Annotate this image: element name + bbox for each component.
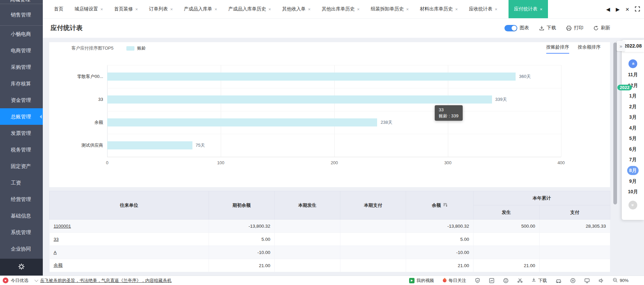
tab-close-icon[interactable]: ×: [170, 7, 173, 12]
month-item[interactable]: 6月: [629, 145, 637, 153]
sidebar-item-fixed-assets[interactable]: 固定资产: [0, 158, 43, 174]
download-button[interactable]: 下载: [539, 25, 556, 31]
sidebar-item-invoice[interactable]: 发票管理: [0, 125, 43, 141]
sidebar-item-system[interactable]: 系统管理: [0, 224, 43, 240]
month-item[interactable]: 10月: [628, 188, 638, 195]
tab-home[interactable]: 首页: [54, 0, 63, 18]
tab-other-outbound-history[interactable]: 其他出库单历史×: [322, 0, 360, 18]
sidebar-item-operations[interactable]: 经营管理: [0, 191, 43, 207]
sidebar-settings-button[interactable]: [0, 259, 43, 276]
month-item[interactable]: 7月: [629, 156, 637, 163]
sidebar-item-collaboration[interactable]: 企业协同: [0, 240, 43, 257]
brand-label[interactable]: 今日优选: [11, 278, 28, 284]
unit-link[interactable]: A: [54, 250, 57, 255]
tab-finished-inbound-history[interactable]: 产成品入库单历史×: [228, 0, 271, 18]
tab-close-icon[interactable]: ×: [135, 7, 138, 12]
bar-aging[interactable]: [107, 73, 516, 81]
monitor-icon[interactable]: [584, 278, 590, 283]
sidebar-item-sales[interactable]: 销售管理: [0, 4, 43, 25]
unit-link[interactable]: 33: [54, 237, 59, 242]
close-icon[interactable]: ×: [625, 6, 629, 12]
tab-shop-settings[interactable]: 城店铺设置×: [74, 0, 103, 18]
sidebar-item-payroll[interactable]: 工资: [0, 174, 43, 191]
tab-close-icon[interactable]: ×: [406, 7, 409, 12]
statusbar-download-button[interactable]: 下载: [531, 278, 547, 284]
tab-close-icon[interactable]: ×: [100, 7, 103, 12]
col-header-current-pay[interactable]: 本期支付: [340, 191, 406, 220]
tab-scroll-left-icon[interactable]: ◀: [606, 7, 610, 12]
unit-link[interactable]: 余额: [54, 263, 63, 268]
month-item[interactable]: 5月: [629, 135, 637, 142]
sidebar-item-inventory[interactable]: 库存核算: [0, 75, 43, 92]
tab-close-icon[interactable]: ×: [540, 7, 543, 12]
vehicle-icon[interactable]: [556, 278, 561, 283]
bar-aging[interactable]: [107, 118, 377, 126]
sort-by-balance-tab[interactable]: 按余额排序: [578, 44, 601, 54]
col-header-balance[interactable]: 余额: [406, 191, 473, 220]
tab-finished-inbound[interactable]: 产成品入库单×: [184, 0, 217, 18]
tab-payable-stats[interactable]: 应付统计表×: [509, 0, 548, 18]
scroll-months-down-button[interactable]: »: [628, 201, 637, 209]
speaker-icon[interactable]: [599, 278, 604, 283]
tab-scroll-right-icon[interactable]: ▶: [616, 7, 620, 12]
heart-icon[interactable]: ♥: [3, 278, 8, 283]
my-video-button[interactable]: ▶ 我的视频: [409, 278, 434, 284]
sidebar-item-xiaochang-ecom[interactable]: 小畅电商: [0, 26, 43, 42]
zoom-control[interactable]: 90%: [613, 278, 628, 284]
chart-toggle[interactable]: 图表: [504, 25, 529, 31]
tab-close-icon[interactable]: ×: [495, 7, 497, 12]
month-item[interactable]: 3月: [629, 113, 637, 121]
month-item[interactable]: 9月: [629, 177, 637, 185]
col-header-opening[interactable]: 期初余额: [209, 191, 275, 220]
month-item[interactable]: 4月: [629, 124, 637, 132]
tab-home-decor[interactable]: 首页装修×: [114, 0, 138, 18]
print-button[interactable]: 打印: [566, 25, 583, 31]
month-item[interactable]: 1月: [629, 92, 637, 99]
badge-circle-icon[interactable]: [570, 278, 576, 283]
fullscreen-icon[interactable]: [635, 6, 640, 12]
daily-follow-button[interactable]: 每日关注: [443, 278, 466, 284]
tab-close-icon[interactable]: ×: [357, 7, 360, 12]
col-header-ytd-occur[interactable]: 发生: [473, 205, 540, 220]
sort-by-aging-tab[interactable]: 按账龄排序: [546, 44, 569, 54]
month-item[interactable]: 11月: [628, 71, 638, 78]
sidebar-item-purchase[interactable]: 采购管理: [0, 59, 43, 75]
tab-material-outbound-history[interactable]: 材料出库单历史×: [420, 0, 458, 18]
tab-other-income[interactable]: 其他收入单×: [282, 0, 311, 18]
month-item[interactable]: 2月: [629, 103, 637, 110]
sidebar-item-ecom-mgmt[interactable]: 电商管理: [0, 42, 43, 59]
bar-aging[interactable]: [107, 141, 192, 149]
tab-close-icon[interactable]: ×: [308, 7, 311, 12]
col-header-unit[interactable]: 往来单位: [50, 191, 209, 220]
sidebar-item-partial[interactable]: 商城管理: [0, 0, 43, 4]
refresh-button[interactable]: 刷新: [593, 25, 610, 31]
chevron-down-icon[interactable]: [34, 278, 38, 282]
unit-link[interactable]: 1100001: [54, 224, 71, 229]
scroll-months-up-button[interactable]: »: [628, 59, 637, 68]
tab-close-icon[interactable]: ×: [455, 7, 458, 12]
scissors-icon[interactable]: [517, 278, 523, 283]
tab-order-list[interactable]: 订单列表×: [149, 0, 173, 18]
sidebar-item-general-ledger[interactable]: 总账管理: [0, 108, 43, 125]
sidebar-item-basic-info[interactable]: 基础信息: [0, 207, 43, 224]
chart-legend[interactable]: 账龄: [126, 45, 146, 51]
shield-icon[interactable]: [475, 278, 480, 283]
panel-drag-handle[interactable]: [613, 42, 617, 204]
tab-receivable-stats[interactable]: 应收统计表×: [469, 0, 497, 18]
sidebar-item-tax[interactable]: 税务管理: [0, 141, 43, 158]
col-header-ytd-pay[interactable]: 支付: [540, 205, 610, 220]
smiley-icon[interactable]: [503, 278, 509, 283]
col-header-current-occur[interactable]: 本期发生: [275, 191, 340, 220]
zoom-out-icon[interactable]: [613, 278, 618, 284]
tab-close-icon[interactable]: ×: [268, 7, 271, 12]
tab-close-icon[interactable]: ×: [215, 7, 217, 12]
bar-aging[interactable]: [107, 95, 492, 104]
sidebar-item-funds[interactable]: 资金管理: [0, 92, 43, 108]
chart-icon[interactable]: [489, 278, 494, 283]
collapse-panel-button[interactable]: »: [617, 41, 625, 51]
sort-icon[interactable]: [443, 203, 448, 208]
tab-assembly-history[interactable]: 组装拆卸单历史×: [371, 0, 409, 18]
news-headline-link[interactable]: 岳飞被杀前的圣旨，书法绝美，气息直逼《兰亭序》，内容暗藏杀机: [40, 278, 172, 284]
toggle-on-icon[interactable]: [504, 25, 517, 31]
month-item-active[interactable]: 8月: [627, 166, 639, 175]
